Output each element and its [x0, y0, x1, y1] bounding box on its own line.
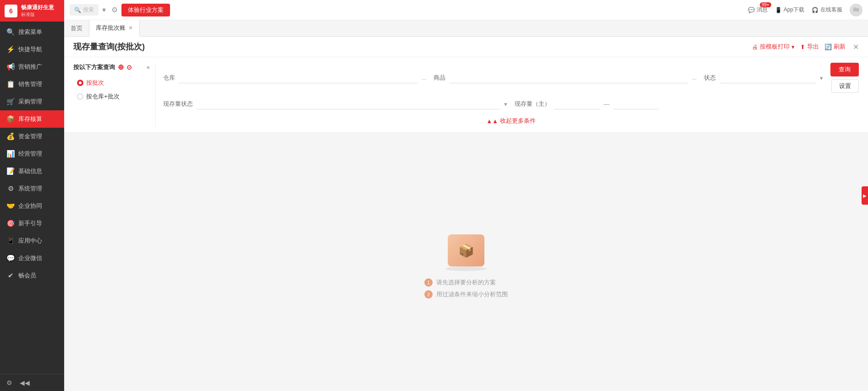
sidebar-item-newbie[interactable]: 🎯新手引导 [0, 215, 64, 232]
settings-icon[interactable]: ⚙ [6, 379, 12, 386]
sidebar-item-apps[interactable]: 📱应用中心 [0, 232, 64, 250]
print-dropdown-icon[interactable]: ▾ [791, 43, 795, 50]
user-avatar-action[interactable]: Rit [850, 4, 863, 16]
sidebar-item-inventory[interactable]: 📦库存核算 [0, 110, 64, 128]
radio-by-warehouse-batch [77, 93, 83, 100]
tab-label-home: 首页 [71, 20, 82, 37]
empty-shadow [445, 266, 487, 271]
stock-status-input[interactable] [197, 98, 500, 109]
sidebar-icon-operations: 📊 [6, 150, 15, 158]
sidebar-label-sales: 销售管理 [18, 80, 42, 88]
status-label: 状态 [704, 74, 716, 82]
topbar-actions: 💬 消息 99+ 📱 App下载 🎧 在线客服 Rit [748, 4, 863, 16]
query-btn[interactable]: 查询 [830, 63, 859, 76]
filter-row-1: 仓库 ... 商品 ... 状态 ▾ 查询 [163, 63, 859, 93]
sidebar-icon-wechat: 💬 [6, 254, 15, 262]
sidebar-item-operations[interactable]: 📊经营管理 [0, 145, 64, 163]
sidebar-item-wechat[interactable]: 💬企业微信 [0, 250, 64, 267]
print-action[interactable]: 🖨 按模板打印 ▾ [752, 43, 795, 51]
headset-icon: 🎧 [812, 7, 819, 13]
status-dropdown-icon[interactable]: ▾ [820, 75, 823, 81]
topbar-search-box[interactable]: 🔍 搜索 [70, 4, 99, 16]
sidebar-nav: 🔍搜索菜单⚡快捷导航📢营销推广📋销售管理🛒采购管理📦库存核算💰资金管理📊经营管理… [0, 22, 64, 374]
settings-scheme-icon[interactable]: ⊙ [126, 64, 132, 71]
page-header: 现存量查询(按批次) 🖨 按模板打印 ▾ ⬆ 导出 🔄 刷新 [64, 37, 868, 57]
goods-more-btn[interactable]: ... [692, 75, 697, 81]
scheme-by-batch[interactable]: 按批次 [73, 76, 150, 90]
sidebar-item-quick-nav[interactable]: ⚡快捷导航 [0, 41, 64, 58]
sidebar-item-marketing[interactable]: 📢营销推广 [0, 58, 64, 76]
sidebar-icon-inventory: 📦 [6, 115, 15, 123]
add-scheme-icon[interactable]: ⊕ [118, 63, 124, 71]
tab-inventory-batch[interactable]: 库存批次账✕ [89, 20, 140, 37]
topbar: 🔍 搜索 ▾ ⚙ 体验行业方案 💬 消息 99+ 📱 App下载 🎧 在线客服 [64, 0, 868, 20]
sidebar-item-system[interactable]: ⚙系统管理 [0, 180, 64, 197]
sidebar-icon-newbie: 🎯 [6, 219, 15, 228]
sidebar-item-vip[interactable]: ✔畅会员 [0, 267, 64, 284]
export-icon: ⬆ [800, 43, 805, 50]
customer-service-action[interactable]: 🎧 在线客服 [812, 6, 842, 14]
sidebar-item-enterprise[interactable]: 🤝企业协同 [0, 197, 64, 215]
status-input[interactable] [720, 72, 816, 83]
warehouse-label: 仓库 [163, 74, 175, 82]
sidebar-label-operations: 经营管理 [18, 150, 42, 158]
filter-collapse-row[interactable]: ▲▲ 收起更多条件 [163, 115, 859, 127]
collapse-scheme-btn[interactable]: « [147, 64, 150, 71]
message-icon: 💬 [748, 7, 755, 13]
goods-input[interactable] [449, 72, 688, 83]
settings-btn[interactable]: 设置 [831, 79, 859, 93]
page-close-btn[interactable]: ✕ [853, 43, 859, 51]
sidebar-edition: 标准版 [21, 11, 54, 18]
stock-status-dropdown-icon[interactable]: ▾ [504, 101, 507, 108]
customer-service-label: 在线客服 [820, 6, 842, 14]
scheme-by-warehouse-batch[interactable]: 按仓库+批次 [73, 90, 150, 103]
collapse-icon[interactable]: ◀◀ [20, 379, 30, 386]
sidebar-label-marketing: 营销推广 [18, 63, 42, 71]
app-download-action[interactable]: 📱 App下载 [775, 6, 804, 14]
stock-qty-field: 现存量（主） — [515, 98, 859, 109]
messages-action[interactable]: 💬 消息 99+ [748, 6, 768, 14]
sidebar-item-finance[interactable]: 💰资金管理 [0, 128, 64, 145]
stock-qty-min-input[interactable] [554, 98, 600, 109]
stock-qty-max-input[interactable] [613, 98, 659, 109]
sidebar-icon-enterprise: 🤝 [6, 202, 15, 210]
dropdown-icon[interactable]: ▾ [102, 5, 106, 14]
sidebar-item-sales[interactable]: 📋销售管理 [0, 76, 64, 93]
tabbar: 首页库存批次账✕ [64, 20, 868, 37]
tab-close-inventory-batch[interactable]: ✕ [128, 20, 133, 36]
status-field: 状态 ▾ [704, 72, 823, 83]
collapse-label: 收起更多条件 [500, 117, 536, 125]
collapse-up-icon: ▲▲ [486, 118, 498, 125]
search-icon: 🔍 [74, 7, 81, 13]
sidebar-icon-finance: 💰 [6, 132, 15, 141]
empty-icon: 📦 [439, 225, 494, 271]
warehouse-input[interactable] [179, 72, 418, 83]
sidebar-item-search[interactable]: 🔍搜索菜单 [0, 23, 64, 41]
warehouse-more-btn[interactable]: ... [422, 75, 426, 81]
export-action[interactable]: ⬆ 导出 [800, 43, 819, 51]
sidebar-label-search: 搜索菜单 [18, 28, 42, 36]
stock-qty-label: 现存量（主） [515, 100, 550, 108]
right-panel-toggle[interactable]: ▶ [862, 186, 868, 205]
app-download-label: App下载 [784, 6, 804, 14]
step-num-1: 1 [424, 278, 433, 287]
print-icon: 🖨 [752, 43, 758, 50]
experience-btn[interactable]: 体验行业方案 [121, 4, 170, 16]
refresh-action[interactable]: 🔄 刷新 [824, 43, 846, 51]
empty-box: 📦 [448, 234, 484, 266]
sidebar-item-purchase[interactable]: 🛒采购管理 [0, 93, 64, 110]
phone-icon: 📱 [775, 7, 782, 13]
filter-scheme-panel: 按以下方案查询 ⊕ ⊙ « 按批次 按仓库+批次 [73, 63, 156, 127]
query-actions: 查询 设置 [830, 63, 859, 93]
filter-scheme-header: 按以下方案查询 ⊕ ⊙ « [73, 63, 150, 71]
sidebar-icon-purchase: 🛒 [6, 98, 15, 106]
filter-panel: 按以下方案查询 ⊕ ⊙ « 按批次 按仓库+批次 [64, 57, 868, 133]
gear-icon[interactable]: ⚙ [111, 5, 118, 14]
sidebar-label-newbie: 新手引导 [18, 219, 42, 228]
sidebar-item-basic[interactable]: 📝基础信息 [0, 163, 64, 180]
tab-home[interactable]: 首页 [64, 20, 89, 37]
sidebar-label-basic: 基础信息 [18, 167, 42, 175]
sidebar: 6 畅康通好生意 标准版 🔍搜索菜单⚡快捷导航📢营销推广📋销售管理🛒采购管理📦库… [0, 0, 64, 391]
messages-badge: 99+ [760, 2, 771, 7]
goods-field: 商品 ... [434, 72, 697, 83]
